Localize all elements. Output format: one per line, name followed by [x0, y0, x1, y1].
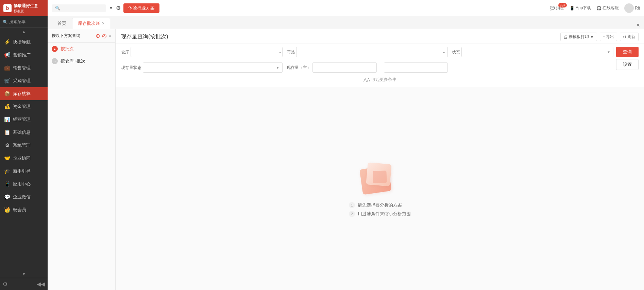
inventory-icon: 📦 [4, 91, 10, 97]
batch-icon: ● [52, 46, 58, 52]
wechat-icon: 💬 [4, 194, 10, 200]
sidebar-item-label: 营销推广 [13, 52, 31, 58]
sidebar-item-wechat[interactable]: 💬 企业微信 [0, 191, 48, 203]
filter-product: 商品 ··· [287, 47, 448, 57]
inventory-status-select[interactable] [146, 65, 279, 70]
sidebar-scroll-up[interactable]: ▲ [0, 28, 48, 36]
empty-step-2: 2 用过滤条件来缩小分析范围 [349, 211, 411, 217]
basic-info-icon: 📋 [4, 129, 10, 135]
member-icon: 👑 [4, 207, 10, 213]
query-button[interactable]: 查询 [616, 47, 639, 57]
warehouse-label: 仓库 [121, 49, 129, 55]
username-label: Rit [635, 6, 640, 11]
sidebar-item-label: 企业微信 [13, 194, 31, 200]
inventory-range-dash: — [378, 65, 383, 70]
inventory-qty-from[interactable] [312, 62, 377, 73]
app-download-label: App下载 [576, 5, 591, 11]
inventory-qty-label: 现存量（主） [287, 65, 311, 71]
left-panel-header: 按以下方案查询 ⊕ ◎ « [48, 29, 115, 43]
status-select-area[interactable]: ▼ [461, 47, 613, 57]
sidebar-item-label: 系统管理 [13, 142, 31, 148]
topbar-dropdown-btn[interactable]: ▼ [109, 5, 113, 11]
tab-close-icon[interactable]: × [102, 21, 104, 26]
warehouse-batch-icon: ○ [52, 58, 58, 64]
filter-inventory-qty: 现存量（主） — [287, 62, 448, 73]
online-service-btn[interactable]: 🎧 在线客服 [596, 5, 619, 11]
sidebar-item-operations[interactable]: 📊 经营管理 [0, 113, 48, 126]
online-service-icon: 🎧 [596, 6, 601, 11]
print-btn[interactable]: 🖨 按模板打印 ▼ [560, 33, 597, 41]
sidebar-item-basic-info[interactable]: 📋 基础信息 [0, 126, 48, 139]
left-panel-collapse-btn[interactable]: « [109, 34, 111, 38]
product-input[interactable] [296, 47, 448, 57]
sidebar-item-finance[interactable]: 💰 资金管理 [0, 100, 48, 113]
topbar-search-icon: 🔍 [55, 6, 60, 11]
batch-label: 按批次 [61, 46, 74, 52]
topbar-gear-btn[interactable]: ⚙ [116, 5, 121, 11]
refresh-icon: ↺ [623, 35, 626, 39]
sidebar-item-label: 经营管理 [13, 116, 31, 123]
messages-btn[interactable]: 💬 消息 99+ [550, 5, 564, 11]
sidebar-item-enterprise[interactable]: 🤝 企业协同 [0, 152, 48, 165]
app-subtitle: 标准版 [14, 9, 38, 14]
sidebar-header: b 畅康通好生意 标准版 [0, 0, 48, 16]
sidebar-item-label: 应用中心 [13, 181, 31, 187]
page-header-actions: 🖨 按模板打印 ▼ ↑ 导出 ↺ 刷新 [560, 33, 639, 41]
left-panel-item-warehouse-batch[interactable]: ○ 按仓库+批次 [48, 55, 115, 67]
left-panel-settings-btn[interactable]: ◎ [102, 33, 107, 39]
tab-home[interactable]: 首页 [52, 18, 72, 29]
sidebar-item-member[interactable]: 👑 畅会员 [0, 203, 48, 216]
tabbar: 首页 库存批次账 × × [48, 16, 644, 29]
filter-warehouse: 仓库 ··· [121, 47, 283, 57]
sidebar-footer: ⚙ ◀◀ [0, 278, 48, 290]
tab-area-close-btn[interactable]: × [632, 22, 644, 29]
export-btn[interactable]: ↑ 导出 [600, 33, 617, 41]
warehouse-input[interactable] [131, 47, 283, 57]
settings-button[interactable]: 设置 [616, 59, 639, 70]
status-select[interactable] [464, 50, 610, 54]
inventory-qty-to[interactable] [384, 62, 448, 73]
product-dots-btn[interactable]: ··· [443, 50, 447, 54]
left-panel-add-btn[interactable]: ⊕ [96, 33, 100, 39]
tab-inventory-batch[interactable]: 库存批次账 × [72, 18, 110, 29]
right-main: 现存量查询(按批次) 🖨 按模板打印 ▼ ↑ 导出 ↺ 刷新 [116, 29, 644, 290]
empty-state: 1 请先选择要分析的方案 2 用过滤条件来缩小分析范围 [116, 87, 644, 290]
sidebar-search[interactable]: 🔍 搜索菜单 [0, 16, 48, 28]
sidebar-item-inventory[interactable]: 📦 库存核算 [0, 87, 48, 100]
export-label: 导出 [606, 34, 614, 40]
sidebar-item-app-center[interactable]: 📱 应用中心 [0, 178, 48, 191]
empty-step-1: 1 请先选择要分析的方案 [349, 202, 411, 208]
app-center-icon: 📱 [4, 181, 10, 187]
sidebar-item-label: 销售管理 [13, 65, 31, 71]
sidebar-collapse-btn[interactable]: ◀◀ [37, 281, 45, 287]
inventory-status-select-area[interactable]: ▼ [143, 62, 283, 73]
sidebar-item-purchase[interactable]: 🛒 采购管理 [0, 74, 48, 87]
sidebar-item-label: 畅会员 [13, 207, 26, 213]
sidebar-item-system[interactable]: ⚙ 系统管理 [0, 139, 48, 152]
status-label: 状态 [452, 49, 460, 55]
topbar-search[interactable]: 🔍 [52, 4, 106, 12]
sidebar-item-sales[interactable]: 💼 销售管理 [0, 61, 48, 74]
collapse-up-icon: ⋀⋀ [363, 77, 370, 82]
empty-illustration [359, 161, 400, 198]
sidebar-item-label: 企业协同 [13, 155, 31, 161]
sidebar-settings-btn[interactable]: ⚙ [3, 281, 7, 287]
trial-button[interactable]: 体验行业方案 [123, 3, 159, 13]
empty-steps: 1 请先选择要分析的方案 2 用过滤条件来缩小分析范围 [349, 202, 411, 217]
sidebar-nav: ⚡ 快捷导航 📢 营销推广 💼 销售管理 🛒 采购管理 📦 库存核算 💰 资金管… [0, 36, 48, 270]
app-download-btn[interactable]: 📱 App下载 [570, 5, 591, 11]
sidebar-search-label: 搜索菜单 [9, 19, 26, 25]
refresh-btn[interactable]: ↺ 刷新 [620, 33, 639, 41]
inventory-range: — [312, 62, 448, 73]
sidebar-item-quick-nav[interactable]: ⚡ 快捷导航 [0, 36, 48, 49]
user-area[interactable]: Rit [624, 3, 640, 13]
collapse-row[interactable]: ⋀⋀ 收起更多条件 [121, 75, 639, 84]
left-panel-item-batch[interactable]: ● 按批次 [48, 43, 115, 55]
sidebar-item-guide[interactable]: 🎓 新手引导 [0, 165, 48, 178]
sidebar-scroll-down[interactable]: ▼ [0, 270, 48, 278]
sidebar-item-marketing[interactable]: 📢 营销推广 [0, 49, 48, 61]
inventory-status-label: 现存量状态 [121, 65, 141, 71]
warehouse-dots-btn[interactable]: ··· [277, 50, 281, 54]
warehouse-input-area: ··· [131, 47, 283, 57]
product-label: 商品 [287, 49, 295, 55]
